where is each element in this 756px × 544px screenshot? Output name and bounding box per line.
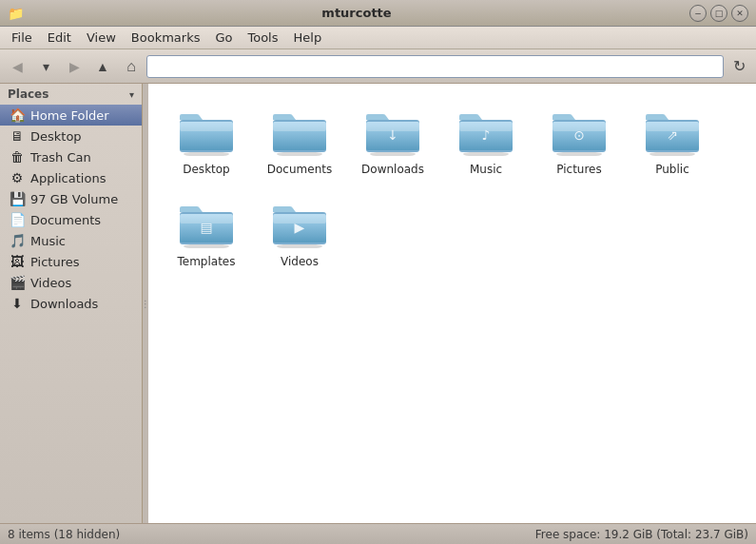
- folder-icon-templates: ▤: [178, 199, 235, 251]
- folder-icon-public: ⇗: [644, 107, 701, 159]
- menu-item-view[interactable]: View: [79, 29, 124, 47]
- pictures-icon: 🖼: [10, 254, 25, 269]
- status-free-space: Free space: 19.2 GiB (Total: 23.7 GiB): [535, 528, 748, 541]
- sidebar-item-desktop[interactable]: 🖥Desktop: [0, 126, 142, 146]
- svg-text:⇗: ⇗: [667, 127, 678, 143]
- sidebar-item-pictures[interactable]: 🖼Pictures: [0, 251, 142, 272]
- sidebar-label-documents: Documents: [30, 213, 101, 227]
- sidebar-item-downloads[interactable]: ⬇Downloads: [0, 293, 142, 314]
- file-label-downloads: Downloads: [361, 163, 424, 176]
- menu-item-file[interactable]: File: [4, 29, 40, 47]
- status-item-count: 8 items (18 hidden): [8, 528, 120, 541]
- sidebar-label-music: Music: [30, 234, 66, 248]
- sidebar-item-home-folder[interactable]: 🏠Home Folder: [0, 105, 142, 126]
- sidebar-item-97gb-volume[interactable]: 💾97 GB Volume: [0, 188, 142, 209]
- sidebar-item-videos[interactable]: 🎬Videos: [0, 272, 142, 293]
- reload-button[interactable]: ↻: [726, 53, 752, 80]
- file-label-music: Music: [470, 163, 502, 176]
- close-button[interactable]: ✕: [731, 5, 748, 22]
- menu-item-bookmarks[interactable]: Bookmarks: [124, 29, 208, 47]
- svg-text:⊙: ⊙: [573, 127, 585, 143]
- sidebar-label-home-folder: Home Folder: [30, 108, 109, 123]
- sidebar-item-trash-can[interactable]: 🗑Trash Can: [0, 146, 142, 167]
- folder-icon-pictures: ⊙: [551, 107, 608, 159]
- titlebar: 📁 mturcotte − □ ✕: [0, 0, 756, 27]
- maximize-button[interactable]: □: [710, 5, 727, 22]
- titlebar-title: mturcotte: [24, 6, 689, 20]
- toolbar: ◀ ▾ ▶ ▲ ⌂ /home/mturcotte ↻: [0, 49, 756, 84]
- menubar: FileEditViewBookmarksGoToolsHelp: [0, 27, 756, 49]
- home-button[interactable]: ⌂: [118, 53, 145, 80]
- file-item-pictures[interactable]: ⊙Pictures: [536, 99, 622, 184]
- back-button[interactable]: ◀: [4, 53, 30, 80]
- file-grid: DesktopDocuments↓Downloads♪Music⊙Picture…: [164, 99, 741, 276]
- menu-item-go[interactable]: Go: [207, 29, 240, 47]
- history-dropdown-button[interactable]: ▾: [32, 53, 59, 80]
- folder-icon-downloads: ↓: [364, 107, 421, 159]
- main-area: Places ▾ 🏠Home Folder🖥Desktop🗑Trash Can⚙…: [0, 84, 756, 523]
- sidebar-item-documents[interactable]: 📄Documents: [0, 209, 142, 230]
- folder-icon-documents: [271, 107, 328, 159]
- sidebar-item-music[interactable]: 🎵Music: [0, 230, 142, 251]
- sidebar: Places ▾ 🏠Home Folder🖥Desktop🗑Trash Can⚙…: [0, 84, 143, 523]
- home-folder-icon: 🏠: [10, 107, 25, 123]
- statusbar: 8 items (18 hidden) Free space: 19.2 GiB…: [0, 523, 756, 544]
- sidebar-label-97gb-volume: 97 GB Volume: [30, 192, 118, 206]
- svg-rect-7: [273, 122, 326, 131]
- menu-item-edit[interactable]: Edit: [40, 29, 79, 47]
- svg-text:♪: ♪: [482, 127, 491, 143]
- titlebar-controls: − □ ✕: [689, 5, 748, 22]
- folder-icon-music: ♪: [457, 107, 514, 159]
- sidebar-label-desktop: Desktop: [30, 129, 82, 144]
- trash-can-icon: 🗑: [10, 149, 25, 165]
- file-item-videos[interactable]: ▶Videos: [257, 191, 342, 276]
- desktop-icon: 🖥: [10, 128, 25, 144]
- file-label-templates: Templates: [177, 255, 235, 268]
- sidebar-label-pictures: Pictures: [30, 255, 79, 269]
- file-item-desktop[interactable]: Desktop: [164, 99, 249, 184]
- folder-icon-videos: ▶: [271, 199, 328, 251]
- file-item-music[interactable]: ♪Music: [443, 99, 529, 184]
- file-area: DesktopDocuments↓Downloads♪Music⊙Picture…: [148, 84, 756, 523]
- menu-item-help[interactable]: Help: [286, 29, 330, 47]
- folder-icon-desktop: [178, 107, 235, 159]
- file-item-downloads[interactable]: ↓Downloads: [350, 99, 436, 184]
- forward-button[interactable]: ▶: [61, 53, 87, 80]
- applications-icon: ⚙: [10, 170, 25, 185]
- file-label-documents: Documents: [267, 163, 332, 176]
- file-item-public[interactable]: ⇗Public: [630, 99, 715, 184]
- file-item-templates[interactable]: ▤Templates: [164, 191, 249, 276]
- titlebar-icon: 📁: [8, 6, 24, 21]
- location-bar[interactable]: /home/mturcotte: [146, 55, 724, 78]
- svg-text:▶: ▶: [295, 220, 305, 235]
- minimize-button[interactable]: −: [689, 5, 707, 22]
- file-label-pictures: Pictures: [556, 163, 602, 176]
- svg-text:▤: ▤: [200, 220, 212, 235]
- videos-icon: 🎬: [10, 275, 25, 290]
- documents-icon: 📄: [10, 212, 25, 227]
- svg-rect-3: [180, 122, 233, 131]
- file-label-videos: Videos: [281, 255, 319, 268]
- places-arrow-icon: ▾: [129, 89, 134, 100]
- downloads-icon: ⬇: [10, 296, 25, 311]
- music-icon: 🎵: [10, 233, 25, 248]
- sidebar-label-downloads: Downloads: [30, 297, 98, 311]
- up-button[interactable]: ▲: [89, 53, 116, 80]
- places-label: Places: [8, 87, 48, 101]
- svg-text:↓: ↓: [387, 127, 398, 143]
- file-item-documents[interactable]: Documents: [257, 99, 342, 184]
- sidebar-header: Places ▾: [0, 84, 142, 105]
- sidebar-label-trash-can: Trash Can: [30, 150, 91, 165]
- file-label-public: Public: [655, 163, 689, 176]
- file-label-desktop: Desktop: [183, 163, 230, 176]
- menu-item-tools[interactable]: Tools: [240, 29, 285, 47]
- sidebar-label-videos: Videos: [30, 276, 71, 290]
- sidebar-item-applications[interactable]: ⚙Applications: [0, 167, 142, 188]
- sidebar-label-applications: Applications: [30, 171, 106, 185]
- 97gb-volume-icon: 💾: [10, 191, 25, 206]
